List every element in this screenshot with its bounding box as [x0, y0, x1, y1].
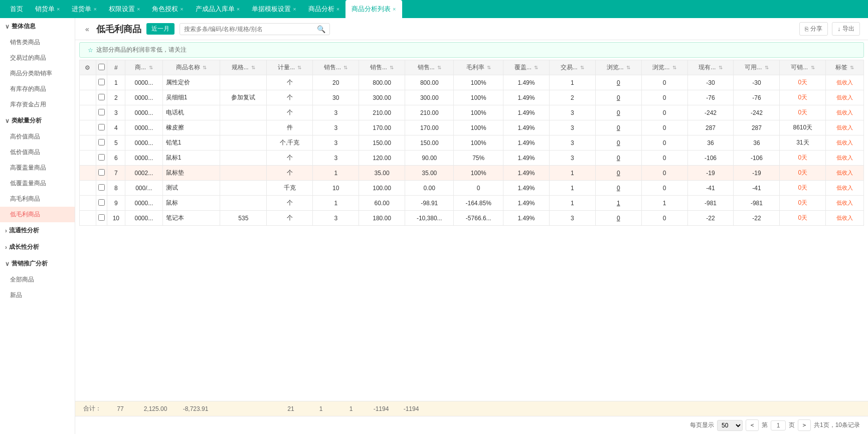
- col-view1[interactable]: 浏览... ⇅: [595, 60, 641, 75]
- row-name[interactable]: 鼠标1: [162, 151, 220, 166]
- prev-page-button[interactable]: ＜: [746, 419, 759, 431]
- close-sales-order-icon[interactable]: ×: [57, 6, 60, 12]
- sidebar-item-stock-capital[interactable]: 库存资金占用: [0, 97, 75, 112]
- sidebar-group-marketing-analysis[interactable]: ∨ 营销推广分析: [0, 255, 75, 272]
- col-sales-profit[interactable]: 销售... ⇅: [405, 60, 454, 75]
- settings-cell[interactable]: [80, 196, 96, 211]
- export-button[interactable]: ↓ 导出: [832, 22, 860, 36]
- col-sales-price[interactable]: 销售... ⇅: [359, 60, 405, 75]
- settings-cell[interactable]: [80, 120, 96, 135]
- checkbox-cell[interactable]: [96, 166, 107, 181]
- share-button[interactable]: ⎘ 分享: [799, 22, 828, 36]
- col-coverage[interactable]: 覆盖... ⇅: [503, 60, 549, 75]
- row-view1[interactable]: 0: [595, 75, 641, 90]
- row-view1[interactable]: 0: [595, 181, 641, 196]
- col-code[interactable]: 商... ⇅: [125, 60, 163, 75]
- row-view1[interactable]: 0: [595, 166, 641, 181]
- row-view1[interactable]: 0: [595, 120, 641, 135]
- col-current-stock[interactable]: 现有... ⇅: [687, 60, 734, 75]
- settings-cell[interactable]: [80, 90, 96, 105]
- row-view1[interactable]: 0: [595, 151, 641, 166]
- checkbox-cell[interactable]: [96, 181, 107, 196]
- row-view1[interactable]: 0: [595, 135, 641, 151]
- nav-template-settings[interactable]: 单据模板设置 ×: [246, 0, 302, 18]
- nav-goods-analysis-list[interactable]: 商品分析列表 ×: [345, 0, 402, 18]
- collapse-sidebar-button[interactable]: «: [83, 23, 91, 35]
- row-checkbox[interactable]: [98, 154, 105, 161]
- row-name[interactable]: 鼠标垫: [162, 166, 220, 181]
- select-all-checkbox[interactable]: [98, 64, 105, 70]
- sidebar-item-low-value[interactable]: 低价值商品: [0, 144, 75, 160]
- close-goods-analysis-icon[interactable]: ×: [336, 6, 339, 12]
- col-unit[interactable]: 计量... ⇅: [267, 60, 313, 75]
- row-checkbox[interactable]: [98, 94, 105, 100]
- row-view1[interactable]: 0: [595, 90, 641, 105]
- nav-home[interactable]: 首页: [4, 0, 29, 18]
- checkbox-col-header[interactable]: [96, 60, 107, 75]
- row-checkbox[interactable]: [98, 199, 105, 206]
- sidebar-group-value-analysis[interactable]: ∨ 类献量分析: [0, 112, 75, 129]
- close-template-icon[interactable]: ×: [293, 6, 296, 12]
- col-sellable[interactable]: 可销... ⇅: [780, 60, 826, 75]
- sidebar-item-new-goods[interactable]: 新品: [0, 287, 75, 303]
- sidebar-item-stock-goods[interactable]: 有库存的商品: [0, 81, 75, 97]
- settings-cell[interactable]: [80, 181, 96, 196]
- row-name[interactable]: 电话机: [162, 105, 220, 120]
- col-spec[interactable]: 规格... ⇅: [220, 60, 267, 75]
- sidebar-item-high-margin[interactable]: 高毛利商品: [0, 191, 75, 207]
- checkbox-cell[interactable]: [96, 211, 107, 226]
- settings-cell[interactable]: [80, 151, 96, 166]
- checkbox-cell[interactable]: [96, 120, 107, 135]
- checkbox-cell[interactable]: [96, 151, 107, 166]
- settings-cell[interactable]: [80, 211, 96, 226]
- col-tag[interactable]: 标签 ⇅: [826, 60, 864, 75]
- col-available[interactable]: 可用... ⇅: [734, 60, 780, 75]
- search-input[interactable]: [184, 26, 317, 33]
- nav-role-auth[interactable]: 角色授权 ×: [146, 0, 189, 18]
- col-view2[interactable]: 浏览... ⇅: [641, 60, 687, 75]
- sidebar-group-flow-analysis[interactable]: › 流通性分析: [0, 222, 75, 239]
- sidebar-item-low-margin[interactable]: 低毛利商品: [0, 207, 75, 222]
- sidebar-item-traded-goods[interactable]: 交易过的商品: [0, 50, 75, 66]
- row-checkbox[interactable]: [98, 124, 105, 130]
- row-name[interactable]: 鼠标: [162, 196, 220, 211]
- per-page-select[interactable]: 50 100 200: [717, 420, 743, 431]
- checkbox-cell[interactable]: [96, 196, 107, 211]
- close-permissions-icon[interactable]: ×: [137, 6, 140, 12]
- checkbox-cell[interactable]: [96, 135, 107, 151]
- nav-permissions[interactable]: 权限设置 ×: [103, 0, 146, 18]
- row-view1[interactable]: 1: [595, 196, 641, 211]
- row-checkbox[interactable]: [98, 214, 105, 221]
- close-purchase-order-icon[interactable]: ×: [93, 6, 96, 12]
- row-checkbox[interactable]: [98, 139, 105, 146]
- row-name[interactable]: 测试: [162, 181, 220, 196]
- close-goods-analysis-list-icon[interactable]: ×: [393, 6, 396, 12]
- settings-col-header[interactable]: ⚙: [80, 60, 96, 75]
- next-page-button[interactable]: ＞: [798, 419, 811, 431]
- nav-product-entry[interactable]: 产成品入库单 ×: [190, 0, 246, 18]
- sidebar-item-high-coverage[interactable]: 高覆盖量商品: [0, 160, 75, 176]
- sidebar-group-overall[interactable]: ∨ 整体信息: [0, 18, 75, 35]
- checkbox-cell[interactable]: [96, 90, 107, 105]
- close-role-auth-icon[interactable]: ×: [180, 6, 183, 12]
- close-product-entry-icon[interactable]: ×: [237, 6, 240, 12]
- row-view1[interactable]: 0: [595, 105, 641, 120]
- col-gross-rate[interactable]: 毛利率 ⇅: [454, 60, 503, 75]
- row-view1[interactable]: 0: [595, 211, 641, 226]
- nav-purchase-order[interactable]: 进货单 ×: [66, 0, 102, 18]
- col-trade[interactable]: 交易... ⇅: [549, 60, 595, 75]
- checkbox-cell[interactable]: [96, 105, 107, 120]
- row-checkbox[interactable]: [98, 169, 105, 176]
- col-name[interactable]: 商品名称 ⇅: [162, 60, 220, 75]
- row-name[interactable]: 铅笔1: [162, 135, 220, 151]
- search-box[interactable]: 🔍: [180, 23, 330, 35]
- nav-sales-order[interactable]: 销货单 ×: [29, 0, 66, 18]
- nav-goods-analysis[interactable]: 商品分析 ×: [302, 0, 345, 18]
- sidebar-item-category-rate[interactable]: 商品分类助销率: [0, 66, 75, 81]
- settings-cell[interactable]: [80, 166, 96, 181]
- search-icon[interactable]: 🔍: [317, 25, 325, 33]
- checkbox-cell[interactable]: [96, 75, 107, 90]
- row-checkbox[interactable]: [98, 79, 105, 85]
- row-checkbox[interactable]: [98, 184, 105, 191]
- row-checkbox[interactable]: [98, 109, 105, 115]
